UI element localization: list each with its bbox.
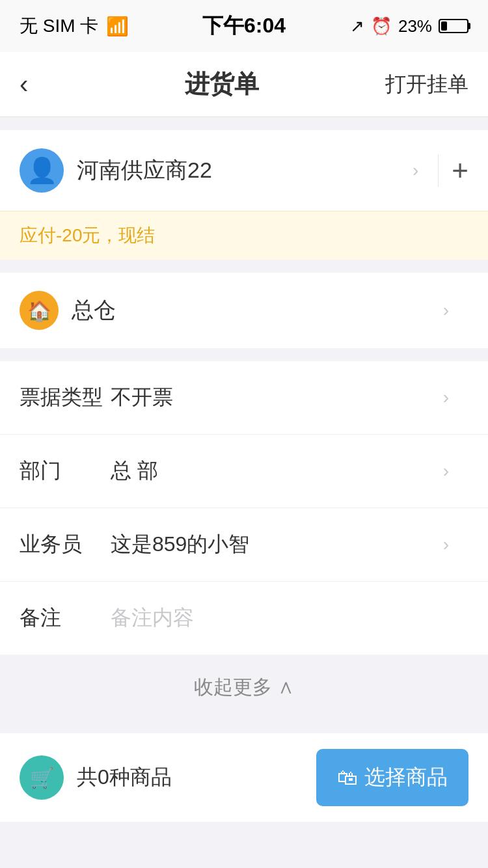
section-gap-3 [0,348,488,361]
select-goods-icon: 🛍 [337,766,358,790]
open-pending-button[interactable]: 打开挂单 [385,70,468,99]
warehouse-section: 🏠 总仓 › [0,273,488,348]
supplier-section: 👤 河南供应商22 › + 应付-20元，现结 [0,130,488,260]
remark-input[interactable]: 备注内容 [111,604,468,632]
cart-icon: 🛒 [30,766,54,789]
form-section: 票据类型 不开票 › 部门 总 部 › 业务员 这是859的小智 › 备注 备注… [0,361,488,655]
section-gap-4 [0,720,488,733]
status-time: 下午6:04 [202,12,286,40]
section-gap-2 [0,260,488,273]
background-fill [0,822,488,868]
supplier-avatar: 👤 [20,148,64,193]
remark-label: 备注 [20,604,111,632]
invoice-type-row[interactable]: 票据类型 不开票 › [0,361,488,435]
wifi-icon: 📶 [106,16,129,37]
salesman-label: 业务员 [20,530,111,559]
invoice-value: 不开票 [111,383,443,412]
battery-icon [439,19,468,33]
nav-bar: ‹ 进货单 打开挂单 [0,52,488,117]
collapse-button[interactable]: 收起更多 ∧ [0,655,488,720]
warehouse-icon: 🏠 [20,291,59,330]
product-bar-inner: 🛒 共0种商品 🛍 选择商品 [0,733,488,822]
warehouse-row[interactable]: 🏠 总仓 › [0,273,488,348]
salesman-chevron-icon: › [443,534,449,555]
add-supplier-button[interactable]: + [438,154,468,187]
page-title: 进货单 [185,68,259,101]
supplier-row[interactable]: 👤 河南供应商22 › + [0,130,488,211]
status-left: 无 SIM 卡 📶 [20,14,129,38]
product-bar: 🛒 共0种商品 🛍 选择商品 [0,733,488,822]
warehouse-chevron-icon: › [443,300,449,321]
department-label: 部门 [20,457,111,485]
supplier-chevron-icon: › [413,160,418,181]
avatar-icon: 👤 [27,156,57,185]
back-button[interactable]: ‹ [20,70,59,99]
section-gap-1 [0,117,488,130]
supplier-name: 河南供应商22 [77,156,413,185]
remark-row[interactable]: 备注 备注内容 [0,582,488,655]
alarm-icon: ⏰ [371,16,392,36]
department-row[interactable]: 部门 总 部 › [0,435,488,508]
warehouse-name: 总仓 [72,295,443,325]
location-icon: ↗ [350,16,364,36]
salesman-value: 这是859的小智 [111,530,443,559]
select-goods-button[interactable]: 🛍 选择商品 [316,749,468,806]
supplier-notice: 应付-20元，现结 [0,211,488,260]
department-chevron-icon: › [443,461,449,481]
status-right: ↗ ⏰ 23% [350,16,468,36]
product-icon: 🛒 [20,755,64,800]
salesman-row[interactable]: 业务员 这是859的小智 › [0,508,488,582]
invoice-label: 票据类型 [20,383,111,412]
invoice-chevron-icon: › [443,387,449,408]
carrier-text: 无 SIM 卡 [20,14,98,38]
status-bar: 无 SIM 卡 📶 下午6:04 ↗ ⏰ 23% [0,0,488,52]
battery-percent: 23% [398,16,432,36]
select-goods-label: 选择商品 [364,763,448,792]
department-value: 总 部 [111,457,443,485]
product-count: 共0种商品 [77,763,316,792]
